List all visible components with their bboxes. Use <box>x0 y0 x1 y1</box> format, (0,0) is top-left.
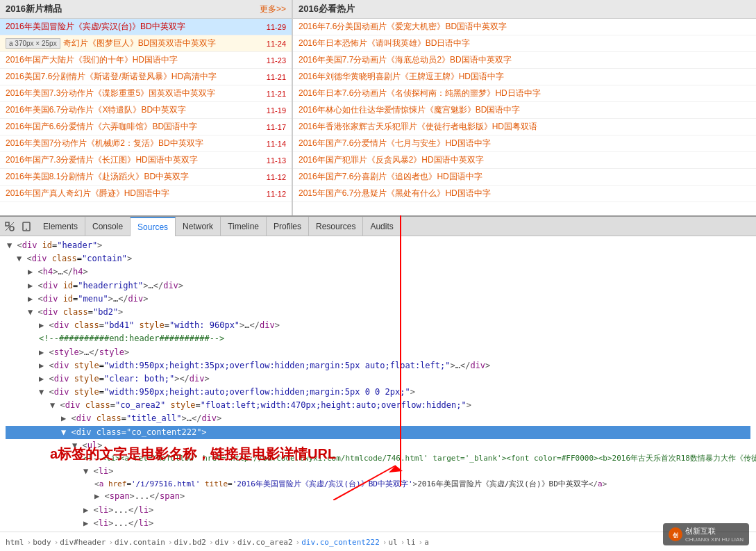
list-item[interactable]: 2016年国产6.6分爱情片《六弄咖啡馆》BD国语中字 11-17 <box>0 119 292 135</box>
tree-line: ▼ <div id="header"> <box>6 239 750 252</box>
movie-title: 2016年7.6分美国动画片《爱宠大机密》BD国语中英双字 <box>299 21 750 33</box>
list-item[interactable]: 2016年美国8.1分剧情片《赴汤蹈火》BD中英双字 11-12 <box>0 169 292 186</box>
tree-line: ▶ <div id="menu">…</div> <box>6 293 750 306</box>
list-item[interactable]: 2016年美国6.7分动作片《X特遣队》BD中英双字 11-19 <box>0 102 292 119</box>
list-item[interactable]: 2016年美国7分动作片《机械师2：复活》BD中英双字 11-14 <box>0 135 292 152</box>
list-item[interactable]: 2016年美国冒险片《宾虚/宾汉(台)》BD中英双字 11-29 <box>0 19 292 35</box>
tab-audits[interactable]: Audits <box>363 217 401 236</box>
list-item[interactable]: 2016年美国7.3分动作片《谍影重重5》国英双语中英双字 11-21 <box>0 85 292 102</box>
movie-title: 2016美国7.6分剧情片《斯诺登/斯诺登风暴》HD高清中字 <box>6 71 262 83</box>
movie-title: 2016年香港张家辉古天乐犯罪片《使徒行者电影版》HD国粤双语 <box>299 121 750 133</box>
movie-title: 2015年国产6.7分悬疑片《黑处有什么》HD国语中字 <box>299 188 750 199</box>
list-item[interactable]: 2016年刘德华黄晓明喜剧片《王牌逗王牌》HD国语中字 <box>293 69 756 85</box>
mobile-icon-btn[interactable] <box>19 220 33 233</box>
svg-point-4 <box>26 229 27 230</box>
left-section-more[interactable]: 更多>> <box>260 3 286 15</box>
movie-title: 2016年国产6.6分爱情片《六弄咖啡馆》BD国语中字 <box>6 121 262 133</box>
movie-date: 11-19 <box>262 106 286 115</box>
list-item[interactable]: 2016年7.6分美国动画片《爱宠大机密》BD国语中英双字 <box>293 19 756 35</box>
movie-title: 2016年美国7分动作片《机械师2：复活》BD中英双字 <box>6 138 262 149</box>
movie-title: 2016年美国6.7分动作片《X特遣队》BD中英双字 <box>6 104 262 116</box>
tree-line-selected[interactable]: ▼ <div class="co_content222"> <box>6 426 750 439</box>
tree-line: ▼ <div style="width:950px;height:auto;ov… <box>6 386 750 399</box>
breadcrumb-bar: html › body › div#header › div.contain ›… <box>0 532 756 551</box>
list-item[interactable]: 2016年国产大陆片《我们的十年》HD国语中字 11-23 <box>0 52 292 69</box>
tree-line: ▶ <div class="title_all">…</div> <box>6 412 750 425</box>
list-item[interactable]: 2016美国7.6分剧情片《斯诺登/斯诺登风暴》HD高清中字 11-21 <box>0 69 292 85</box>
left-movie-section: 2016新片精品 更多>> 2016年美国冒险片《宾虚/宾汉(台)》BD中英双字… <box>0 0 292 215</box>
svg-rect-0 <box>6 222 9 226</box>
inspect-icon <box>5 222 15 231</box>
movie-title: 2016年美国7.7分动画片《海底总动员2》BD国语中英双字 <box>299 54 750 66</box>
breadcrumb-item[interactable]: a <box>424 538 429 547</box>
svg-line-5 <box>333 466 396 500</box>
devtools-tabs-bar: Elements Console Sources Network Timelin… <box>0 217 756 236</box>
breadcrumb-item[interactable]: li <box>406 538 415 547</box>
movie-title: 2016年日本7.6分动画片《名侦探柯南：纯黑的噩梦》HD日语中字 <box>299 88 750 99</box>
tree-line: ▶ <div id="headerright">…</div> <box>6 279 750 293</box>
breadcrumb-item[interactable]: div.contain <box>115 538 165 547</box>
tree-line: ▼ <div class="contain"> <box>6 252 750 265</box>
red-arrow-line <box>400 215 401 486</box>
breadcrumb-item[interactable]: ul <box>388 538 397 547</box>
red-arrow-diagonal <box>333 459 417 502</box>
left-section-title: 2016新片精品 <box>6 3 62 15</box>
tree-line: ▶ <h4>…</h4> <box>6 265 750 279</box>
tab-network[interactable]: Network <box>176 217 221 236</box>
svg-text:创: 创 <box>672 532 678 538</box>
list-item[interactable]: 2016年国产犯罪片《反贪风暴2》HD国语中英双字 <box>293 152 756 169</box>
size-annotation: a 370px × 25px <box>6 38 60 49</box>
movie-panel: 2016新片精品 更多>> 2016年美国冒险片《宾虚/宾汉(台)》BD中英双字… <box>0 0 756 215</box>
tree-line: ▶ <div style="width:950px;height:35px;ov… <box>6 359 750 372</box>
inspect-icon-btn[interactable] <box>3 220 17 233</box>
list-item[interactable]: 2016年国产7.6分喜剧片《追凶者也》HD国语中字 <box>293 169 756 186</box>
tree-line: ▶ <style>…</style> <box>6 346 750 359</box>
breadcrumb-item[interactable]: body <box>33 538 51 547</box>
tree-line: ▼ <div class="bd2"> <box>6 306 750 319</box>
right-section-header: 2016必看热片 <box>293 0 756 19</box>
movie-title: 2016年日本恐怖片《请叫我英雄》BD日语中字 <box>299 38 750 49</box>
right-movie-section: 2016必看热片 2016年7.6分美国动画片《爱宠大机密》BD国语中英双字 2… <box>292 0 756 215</box>
tree-line: ▶ <li>...</li> <box>6 517 750 530</box>
movie-date: 11-24 <box>262 40 286 48</box>
tab-timeline[interactable]: Timeline <box>221 217 267 236</box>
breadcrumb-item-current[interactable]: div.co_content222 <box>301 538 380 547</box>
movie-title: 2016年国产真人奇幻片《爵迹》HD国语中字 <box>6 188 262 199</box>
movie-title: 2016年美国冒险片《宾虚/宾汉(台)》BD中英双字 <box>6 21 262 33</box>
movie-title: 2016年刘德华黄晓明喜剧片《王牌逗王牌》HD国语中字 <box>299 71 750 83</box>
brand-name: 创新互联 CHUANG XIN HU LIAN <box>685 526 744 543</box>
right-section-title: 2016必看热片 <box>299 3 355 15</box>
tab-resources[interactable]: Resources <box>309 217 363 236</box>
list-item[interactable]: 2016年国产7.6分爱情片《七月与安生》HD国语中字 <box>293 135 756 152</box>
tab-profiles[interactable]: Profiles <box>267 217 309 236</box>
list-item[interactable]: 2016年美国7.7分动画片《海底总动员2》BD国语中英双字 <box>293 52 756 69</box>
list-item[interactable]: 2016年国产真人奇幻片《爵迹》HD国语中字 11-12 <box>0 186 292 202</box>
breadcrumb-item[interactable]: div.co_area2 <box>237 538 292 547</box>
list-item[interactable]: 2016年日本7.6分动画片《名侦探柯南：纯黑的噩梦》HD日语中字 <box>293 85 756 102</box>
movie-title: 2016年林心如仕往达华爱情惊悚片《魔宫魅影》BD国语中字 <box>299 104 750 116</box>
brand-badge: 创 创新互联 CHUANG XIN HU LIAN <box>663 523 749 545</box>
list-item[interactable]: 2015年国产6.7分悬疑片《黑处有什么》HD国语中字 <box>293 186 756 202</box>
list-item[interactable]: 2016年国产7.3分爱情片《长江图》HD国语中英双字 11-13 <box>0 152 292 169</box>
movie-title: 奇幻片《图梦巨人》BD国英双语中英双字 <box>63 38 262 49</box>
breadcrumb-item[interactable]: div <box>215 538 229 547</box>
breadcrumb-item[interactable]: div#header <box>60 538 106 547</box>
breadcrumb-item[interactable]: html <box>6 538 24 547</box>
movie-title: 2016年国产7.3分爱情片《长江图》HD国语中英双字 <box>6 154 262 166</box>
movie-date: 11-17 <box>262 123 286 131</box>
list-item[interactable]: a 370px × 25px 奇幻片《图梦巨人》BD国英双语中英双字 11-24 <box>0 35 292 52</box>
movie-date: 11-29 <box>262 23 286 31</box>
tab-elements[interactable]: Elements <box>36 217 85 236</box>
movie-date: 11-12 <box>262 190 286 198</box>
movie-date: 11-21 <box>262 90 286 98</box>
list-item[interactable]: 2016年林心如仕往达华爱情惊悚片《魔宫魅影》BD国语中字 <box>293 102 756 119</box>
movie-date: 11-12 <box>262 173 286 181</box>
list-item[interactable]: 2016年日本恐怖片《请叫我英雄》BD日语中字 <box>293 35 756 52</box>
movie-date: 11-21 <box>262 73 286 81</box>
movie-date: 11-23 <box>262 56 286 65</box>
tab-console[interactable]: Console <box>85 217 131 236</box>
list-item[interactable]: 2016年香港张家辉古天乐犯罪片《使徒行者电影版》HD国粤双语 <box>293 119 756 135</box>
tab-sources[interactable]: Sources <box>131 217 176 236</box>
breadcrumb-item[interactable]: div.bd2 <box>174 538 206 547</box>
movie-title: 2016年美国7.3分动作片《谍影重重5》国英双语中英双字 <box>6 88 262 99</box>
